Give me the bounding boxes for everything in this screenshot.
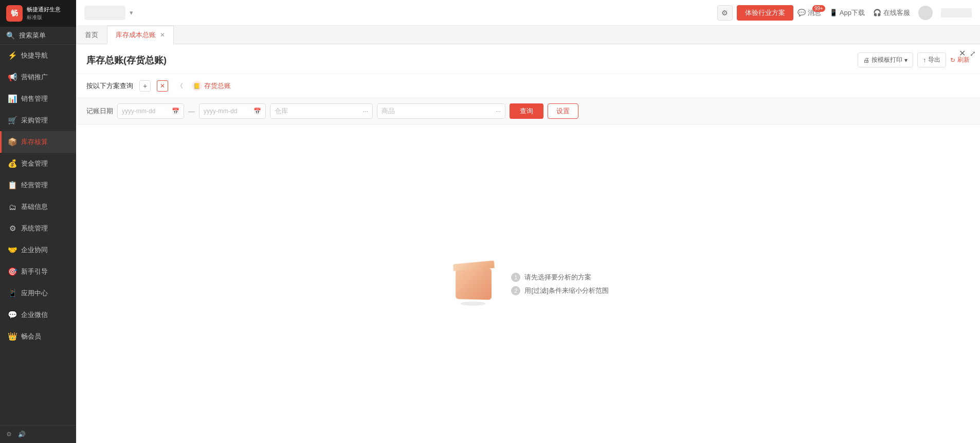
filter-inputs-row: 记账日期 yyyy-mm-dd 📅 — yyyy-mm-dd 📅 仓库 ··· … bbox=[76, 98, 980, 125]
empty-tip-2: 2 用[过滤]条件来缩小分析范围 bbox=[511, 286, 608, 295]
empty-illustration bbox=[447, 258, 499, 310]
page-title: 库存总账(存货总账) bbox=[86, 54, 167, 66]
empty-state: 1 请先选择要分析的方案 2 用[过滤]条件来缩小分析范围 bbox=[76, 125, 980, 443]
calendar-start-icon: 📅 bbox=[172, 108, 179, 115]
search-icon: 🔍 bbox=[6, 31, 15, 40]
sidebar-item-purchase[interactable]: 🛒 采购管理 bbox=[0, 110, 76, 131]
settings-icon: ⚙ bbox=[721, 9, 728, 17]
content-area: ✕ ⤢ 库存总账(存货总账) 🖨 按模板打印 ▾ ↑ 导出 ↻ 刷新 bbox=[76, 44, 980, 443]
filter-add-button[interactable]: + bbox=[139, 80, 151, 92]
sales-icon: 📊 bbox=[8, 94, 17, 103]
sidebar-item-apps[interactable]: 📱 应用中心 bbox=[0, 282, 76, 304]
scheme-option-icon: 📒 bbox=[192, 81, 202, 91]
refresh-icon: ↻ bbox=[950, 57, 955, 64]
sidebar: 畅 畅捷通好生意 标准版 🔍 搜索菜单 ⚡ 快捷导航 📢 营销推广 📊 销售管理… bbox=[0, 0, 76, 443]
purchase-icon: 🛒 bbox=[8, 116, 17, 125]
sidebar-item-member[interactable]: 👑 畅会员 bbox=[0, 326, 76, 347]
export-button[interactable]: ↑ 导出 bbox=[917, 52, 946, 67]
topbar-right: 💬 消息 99+ 📱 App下载 🎧 在线客服 bbox=[797, 6, 972, 20]
footer-audio-btn[interactable]: 🔊 bbox=[18, 431, 26, 438]
tip-number-2: 2 bbox=[511, 286, 520, 295]
app-logo-icon: 畅 bbox=[6, 5, 23, 22]
online-service-button[interactable]: 🎧 在线客服 bbox=[873, 8, 910, 17]
calendar-end-icon: 📅 bbox=[253, 108, 261, 115]
message-button[interactable]: 💬 消息 99+ bbox=[797, 8, 821, 17]
warehouse-input[interactable]: 仓库 ··· bbox=[270, 103, 373, 119]
inventory-icon: 📦 bbox=[8, 137, 17, 147]
print-dropdown-icon: ▾ bbox=[904, 57, 908, 64]
print-button[interactable]: 🖨 按模板打印 ▾ bbox=[858, 52, 913, 67]
sidebar-item-weixin[interactable]: 💬 企业微信 bbox=[0, 304, 76, 326]
empty-tips: 1 请先选择要分析的方案 2 用[过滤]条件来缩小分析范围 bbox=[511, 273, 608, 295]
basic-icon: 🗂 bbox=[8, 203, 17, 211]
industry-solution-button[interactable]: 体验行业方案 bbox=[737, 5, 793, 21]
tab-bar: 首页 库存成本总账 ✕ bbox=[76, 26, 980, 44]
sidebar-item-marketing[interactable]: 📢 营销推广 bbox=[0, 66, 76, 88]
empty-shadow bbox=[460, 302, 486, 306]
empty-box-graphic bbox=[456, 268, 492, 300]
query-button[interactable]: 查询 bbox=[510, 103, 543, 119]
sidebar-item-newbie[interactable]: 🎯 新手引导 bbox=[0, 261, 76, 282]
tab-inventory-ledger[interactable]: 库存成本总账 ✕ bbox=[107, 26, 174, 44]
goods-input[interactable]: 商品 ··· bbox=[377, 103, 505, 119]
sidebar-item-capital[interactable]: 💰 资金管理 bbox=[0, 153, 76, 174]
warehouse-more-icon: ··· bbox=[363, 108, 368, 115]
tab-home[interactable]: 首页 bbox=[76, 25, 107, 44]
panel-resize-button[interactable]: ⤢ bbox=[970, 49, 976, 58]
operation-icon: 📋 bbox=[8, 181, 17, 190]
marketing-icon: 📢 bbox=[8, 73, 17, 82]
newbie-icon: 🎯 bbox=[8, 267, 17, 276]
sidebar-item-quick-nav[interactable]: ⚡ 快捷导航 bbox=[0, 45, 76, 66]
breadcrumb-placeholder bbox=[84, 6, 125, 20]
sidebar-item-basic[interactable]: 🗂 基础信息 bbox=[0, 196, 76, 218]
headset-icon: 🎧 bbox=[873, 9, 881, 16]
filter-scheme-option[interactable]: 📒 存货总账 bbox=[192, 81, 231, 91]
date-start-input[interactable]: yyyy-mm-dd 📅 bbox=[117, 103, 184, 119]
sidebar-item-sales[interactable]: 📊 销售管理 bbox=[0, 88, 76, 110]
settings-small-button[interactable]: 设置 bbox=[548, 103, 578, 119]
sidebar-logo: 畅 畅捷通好生意 标准版 bbox=[0, 0, 76, 27]
date-end-input[interactable]: yyyy-mm-dd 📅 bbox=[199, 103, 266, 119]
goods-more-icon: ··· bbox=[496, 108, 501, 115]
footer-settings-btn[interactable]: ⚙ bbox=[6, 431, 12, 438]
sidebar-item-inventory[interactable]: 📦 库存核算 bbox=[0, 131, 76, 153]
tab-close-button[interactable]: ✕ bbox=[160, 31, 165, 39]
topbar-breadcrumb: ▾ bbox=[84, 6, 713, 20]
sidebar-item-system[interactable]: ⚙ 系统管理 bbox=[0, 218, 76, 239]
export-icon: ↑ bbox=[923, 57, 926, 64]
sidebar-item-cooperation[interactable]: 🤝 企业协同 bbox=[0, 239, 76, 261]
username-display bbox=[941, 8, 972, 17]
page-header: 库存总账(存货总账) 🖨 按模板打印 ▾ ↑ 导出 ↻ 刷新 bbox=[76, 44, 980, 74]
topbar-settings-button[interactable]: ⚙ bbox=[717, 5, 733, 21]
filter-collapse-button[interactable]: ✕ bbox=[157, 80, 168, 92]
message-badge: 99+ bbox=[812, 5, 825, 12]
avatar bbox=[918, 6, 933, 20]
breadcrumb-arrow: ▾ bbox=[130, 9, 133, 16]
sidebar-footer: ⚙ 🔊 bbox=[0, 425, 76, 443]
system-icon: ⚙ bbox=[8, 224, 17, 233]
message-icon: 💬 bbox=[797, 9, 806, 16]
capital-icon: 💰 bbox=[8, 159, 17, 168]
apps-icon: 📱 bbox=[8, 289, 17, 298]
tip-number-1: 1 bbox=[511, 273, 520, 282]
print-icon: 🖨 bbox=[863, 57, 869, 64]
cooperation-icon: 🤝 bbox=[8, 245, 17, 255]
panel-controls: ✕ ⤢ bbox=[959, 48, 976, 58]
weixin-icon: 💬 bbox=[8, 310, 17, 320]
page-actions: 🖨 按模板打印 ▾ ↑ 导出 ↻ 刷新 bbox=[858, 52, 970, 67]
app-logo-text: 畅捷通好生意 标准版 bbox=[27, 6, 61, 21]
panel-close-button[interactable]: ✕ bbox=[959, 48, 966, 58]
filter-scheme-label: 按以下方案查询 bbox=[86, 81, 133, 91]
sidebar-search[interactable]: 🔍 搜索菜单 bbox=[0, 27, 76, 45]
phone-icon: 📱 bbox=[829, 9, 838, 16]
sidebar-item-operation[interactable]: 📋 经营管理 bbox=[0, 174, 76, 196]
date-field-label: 记账日期 bbox=[86, 107, 113, 116]
date-separator: — bbox=[188, 108, 195, 115]
filter-arrow-button[interactable]: 《 bbox=[174, 80, 186, 92]
member-icon: 👑 bbox=[8, 332, 17, 341]
main-area: ▾ ⚙ 体验行业方案 💬 消息 99+ 📱 App下载 🎧 在线客服 bbox=[76, 0, 980, 443]
sidebar-menu: ⚡ 快捷导航 📢 营销推广 📊 销售管理 🛒 采购管理 📦 库存核算 💰 资金管… bbox=[0, 45, 76, 425]
quick-nav-icon: ⚡ bbox=[8, 51, 17, 60]
topbar: ▾ ⚙ 体验行业方案 💬 消息 99+ 📱 App下载 🎧 在线客服 bbox=[76, 0, 980, 26]
app-download-button[interactable]: 📱 App下载 bbox=[829, 8, 865, 17]
